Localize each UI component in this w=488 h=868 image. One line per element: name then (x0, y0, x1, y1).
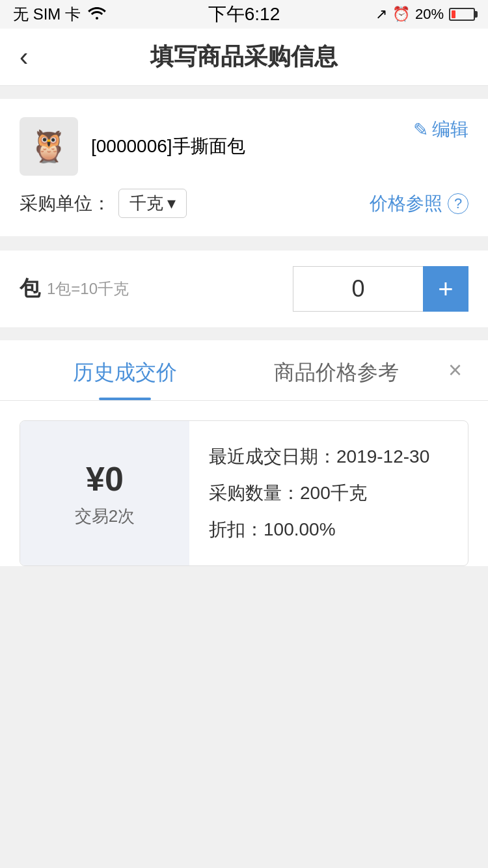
quantity-input-row: + (293, 266, 468, 312)
quantity-input[interactable] (293, 266, 423, 312)
tab-history-label: 历史成交价 (73, 360, 177, 384)
logo-icon: 🦉 (29, 128, 68, 165)
product-id: [0000006] (91, 136, 172, 156)
battery-icon (449, 8, 475, 21)
history-card: ¥0 交易2次 最近成交日期：2019-12-30 采购数量：200千克 折扣：… (20, 420, 468, 566)
back-button[interactable]: ‹ (20, 42, 28, 72)
nav-bar: ‹ 填写商品采购信息 (0, 29, 488, 86)
history-recent-date-row: 最近成交日期：2019-12-30 (209, 444, 448, 469)
info-icon: ? (448, 193, 468, 214)
history-price: ¥0 (86, 459, 124, 498)
alarm-icon: ⏰ (392, 6, 410, 23)
status-time: 下午6:12 (208, 2, 280, 27)
quantity-label: 包 1包=10千克 (20, 275, 129, 303)
edit-icon: ✎ (413, 119, 428, 141)
product-unit-row: 采购单位： 千克 ▾ 价格参照 ? (20, 189, 468, 218)
discount-value: 100.00% (264, 519, 336, 539)
recent-date-label: 最近成交日期： (209, 446, 336, 467)
page-title: 填写商品采购信息 (150, 41, 338, 73)
status-right: ↗ ⏰ 20% (375, 6, 475, 23)
edit-button[interactable]: ✎ 编辑 (413, 117, 468, 142)
price-ref-label: 价格参照 (370, 191, 442, 216)
quantity-detail-label: 采购数量： (209, 483, 300, 503)
edit-label: 编辑 (432, 117, 468, 142)
carrier-text: 无 SIM 卡 (13, 4, 81, 25)
quantity-detail-value: 200千克 (300, 483, 367, 503)
tabs: 历史成交价 商品价格参考 × (0, 340, 488, 401)
wifi-icon (87, 5, 107, 23)
history-card-left: ¥0 交易2次 (20, 421, 189, 565)
status-left: 无 SIM 卡 (13, 4, 107, 25)
product-left: 🦉 [0000006]手撕面包 (20, 117, 245, 176)
tab-product-price[interactable]: 商品价格参考 (230, 340, 441, 400)
quantity-unit: 包 (20, 275, 40, 303)
discount-label: 折扣： (209, 519, 264, 539)
product-title: 手撕面包 (172, 136, 245, 156)
quantity-section: 包 1包=10千克 + (0, 251, 488, 327)
location-icon: ↗ (375, 6, 387, 23)
product-card: 🦉 [0000006]手撕面包 ✎ 编辑 采购单位： 千克 ▾ 价格参照 ? (0, 99, 488, 236)
tab-close-button[interactable]: × (442, 359, 468, 382)
section-divider-1 (0, 236, 488, 249)
history-quantity-row: 采购数量：200千克 (209, 481, 448, 506)
history-transaction-count: 交易2次 (75, 505, 135, 528)
product-header: 🦉 [0000006]手撕面包 ✎ 编辑 (20, 117, 468, 176)
product-logo: 🦉 (20, 117, 78, 176)
tab-history-price[interactable]: 历史成交价 (20, 340, 230, 400)
bottom-panel: 历史成交价 商品价格参考 × ¥0 交易2次 最近成交日期：2019-12-30… (0, 340, 488, 566)
product-unit-left: 采购单位： 千克 ▾ (20, 189, 187, 218)
history-discount-row: 折扣：100.00% (209, 517, 448, 542)
quantity-plus-button[interactable]: + (423, 266, 468, 312)
status-bar: 无 SIM 卡 下午6:12 ↗ ⏰ 20% (0, 0, 488, 29)
product-name: [0000006]手撕面包 (91, 134, 245, 159)
price-ref-button[interactable]: 价格参照 ? (370, 191, 468, 216)
chevron-down-icon: ▾ (167, 193, 176, 213)
battery-percent: 20% (415, 6, 444, 23)
quantity-conversion: 1包=10千克 (47, 278, 129, 299)
unit-label: 采购单位： (20, 191, 111, 216)
tab-product-label: 商品价格参考 (274, 360, 399, 384)
unit-value: 千克 (129, 192, 163, 215)
history-card-right: 最近成交日期：2019-12-30 采购数量：200千克 折扣：100.00% (189, 421, 468, 565)
recent-date-value: 2019-12-30 (336, 446, 429, 467)
unit-select[interactable]: 千克 ▾ (118, 189, 187, 218)
